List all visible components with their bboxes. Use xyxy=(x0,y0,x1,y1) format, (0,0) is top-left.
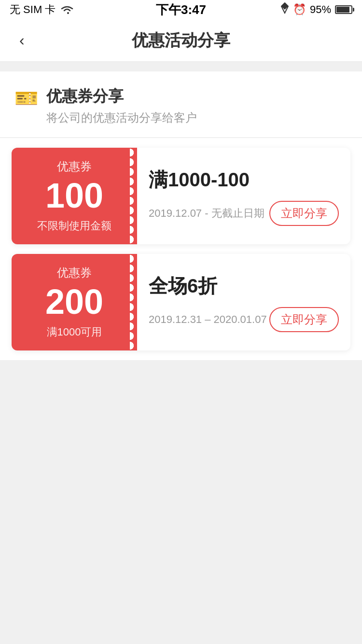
back-button[interactable]: ‹ xyxy=(14,27,29,54)
coupon-list: 优惠券 100 不限制使用金额 满1000-100 2019.12.07 - 无… xyxy=(0,138,362,360)
coupon-left-1: 优惠券 200 满1000可用 xyxy=(12,254,137,350)
battery-percent: 95% xyxy=(310,3,331,16)
coupon-amount-0: 100 xyxy=(45,178,103,213)
section-subtitle: 将公司的优惠活动分享给客户 xyxy=(46,110,197,126)
coupon-amount-1: 200 xyxy=(45,284,103,319)
page-title: 优惠活动分享 xyxy=(132,29,230,52)
coupon-label-1: 优惠券 xyxy=(57,265,92,280)
coupon-card: 优惠券 100 不限制使用金额 满1000-100 2019.12.07 - 无… xyxy=(12,148,350,244)
coupon-date-row-0: 2019.12.07 - 无截止日期 立即分享 xyxy=(149,201,339,226)
wifi-icon xyxy=(60,3,74,16)
status-right: ⏰ 95% xyxy=(280,2,352,17)
nav-bar: ‹ 优惠活动分享 xyxy=(0,19,362,62)
carrier-label: 无 SIM 卡 xyxy=(10,2,56,17)
location-icon xyxy=(280,2,289,17)
time-display: 下午3:47 xyxy=(156,1,206,18)
coupon-icon: 🎫 xyxy=(14,87,39,110)
coupon-right-0: 满1000-100 2019.12.07 - 无截止日期 立即分享 xyxy=(137,148,350,244)
coupon-date-row-1: 2019.12.31 – 2020.01.07 立即分享 xyxy=(149,307,339,332)
coupon-date-0: 2019.12.07 - 无截止日期 xyxy=(149,206,265,221)
section-title: 优惠券分享 xyxy=(46,86,197,107)
share-button-1[interactable]: 立即分享 xyxy=(269,307,339,332)
coupon-label-0: 优惠券 xyxy=(57,159,92,174)
coupon-card: 优惠券 200 满1000可用 全场6折 2019.12.31 – 2020.0… xyxy=(12,254,350,350)
status-bar: 无 SIM 卡 下午3:47 ⏰ 95% xyxy=(0,0,362,19)
battery-icon xyxy=(335,5,352,14)
coupon-name-1: 全场6折 xyxy=(149,273,339,299)
battery-fill xyxy=(336,7,349,13)
coupon-left-0: 优惠券 100 不限制使用金额 xyxy=(12,148,137,244)
section-header: 🎫 优惠券分享 将公司的优惠活动分享给客户 xyxy=(0,71,362,137)
alarm-icon: ⏰ xyxy=(293,3,306,16)
share-button-0[interactable]: 立即分享 xyxy=(269,201,339,226)
coupon-name-0: 满1000-100 xyxy=(149,167,339,193)
coupon-right-1: 全场6折 2019.12.31 – 2020.01.07 立即分享 xyxy=(137,254,350,350)
section-text-group: 优惠券分享 将公司的优惠活动分享给客户 xyxy=(46,86,197,126)
coupon-date-1: 2019.12.31 – 2020.01.07 xyxy=(149,313,267,326)
status-left: 无 SIM 卡 xyxy=(10,2,74,17)
coupon-condition-1: 满1000可用 xyxy=(47,325,102,339)
coupon-condition-0: 不限制使用金额 xyxy=(37,219,111,233)
